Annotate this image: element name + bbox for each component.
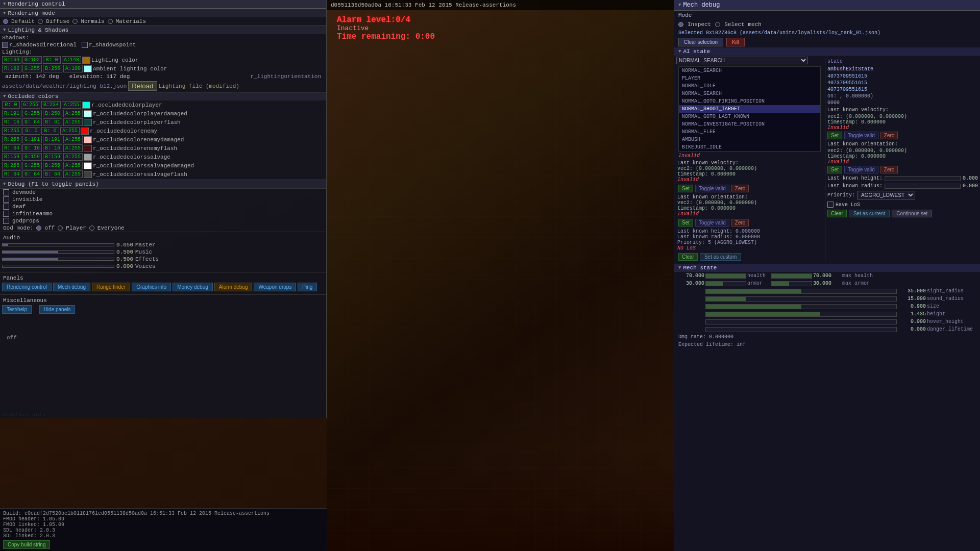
occ-r[interactable]: R:255 <box>2 162 21 169</box>
ai-state-item-normal_shoot_target[interactable]: NORMAL_SHOOT_TARGET <box>679 105 820 113</box>
stat-bar-right[interactable] <box>771 281 812 286</box>
priority-select[interactable]: AGGRO_LOWEST <box>857 191 915 199</box>
panel-btn-alarm-debug[interactable]: Alarm debug <box>214 283 253 291</box>
audio-slider-master[interactable] <box>2 243 114 246</box>
occ-a[interactable]: A:255 <box>60 127 80 135</box>
occ-r[interactable]: R:159 <box>2 153 21 161</box>
r-set-current-btn[interactable]: Set as current <box>849 210 890 217</box>
r-set-orient-btn[interactable]: Set <box>827 166 842 173</box>
toggle-orient-btn[interactable]: Toggle valid <box>695 219 729 227</box>
ambient-b[interactable]: B:255 <box>43 65 62 72</box>
occ-g[interactable]: G: 64 <box>22 170 42 178</box>
set-custom-btn[interactable]: Set as custom <box>700 253 741 261</box>
lighting-r[interactable]: R:169 <box>2 56 21 64</box>
ai-state-item-normal_flee[interactable]: NORMAL_FLEE <box>679 128 820 136</box>
occ-g[interactable]: G:255 <box>22 162 42 169</box>
occ-g[interactable]: G: 0 <box>22 127 40 135</box>
ai-state-item-normal_search[interactable]: NORMAL_SEARCH <box>679 90 820 97</box>
occ-a[interactable]: A:255 <box>63 110 83 117</box>
occ-g[interactable]: G:159 <box>22 153 42 161</box>
r-clear-btn[interactable]: Clear <box>827 210 847 217</box>
occ-g[interactable]: G:255 <box>22 110 42 117</box>
panel-btn-ping[interactable]: Ping <box>298 283 317 291</box>
r-set-btn[interactable]: Set <box>827 132 842 139</box>
audio-slider-music[interactable] <box>2 251 114 254</box>
mode-default[interactable]: Default <box>11 18 35 24</box>
test-help-btn[interactable]: Test/help <box>2 305 32 314</box>
mode-normals[interactable]: Normals <box>81 18 104 24</box>
occ-b[interactable]: B: 64 <box>43 170 62 178</box>
god-player-radio[interactable] <box>58 226 63 231</box>
stat-bar-left[interactable] <box>705 273 746 279</box>
occ-a[interactable]: A:255 <box>63 162 83 169</box>
panel-btn-range-finder[interactable]: Range finder <box>92 283 130 291</box>
panel-btn-money-debug[interactable]: Money debug <box>173 283 213 291</box>
stat-bar[interactable] <box>705 304 897 309</box>
occ-b[interactable]: B: 61 <box>43 118 62 126</box>
radio-materials[interactable] <box>108 19 113 24</box>
occ-r[interactable]: R: 0 <box>2 101 20 109</box>
stat-bar-left[interactable] <box>705 281 746 286</box>
clear-btn2[interactable]: Clear <box>678 253 698 261</box>
reload-btn[interactable]: Reload <box>128 81 157 91</box>
mode-materials[interactable]: Materials <box>116 18 146 24</box>
occ-b[interactable]: B:234 <box>41 101 61 109</box>
shadow-point-cb[interactable] <box>82 42 88 48</box>
stat-bar[interactable] <box>705 312 897 317</box>
debug-cb-infiniteammo[interactable] <box>3 211 9 217</box>
radio-default[interactable] <box>3 19 8 24</box>
occ-r[interactable]: R:191 <box>2 110 21 117</box>
ai-state-item-normal_idle[interactable]: NORMAL_IDLE <box>679 82 820 90</box>
occ-r[interactable]: R: 16 <box>2 118 21 126</box>
panel-btn-weapon-drops[interactable]: Weapon drops <box>254 283 296 291</box>
occ-g[interactable]: G:255 <box>21 101 40 109</box>
ai-state-item-player[interactable]: PLAYER <box>679 74 820 82</box>
stat-bar[interactable] <box>705 289 897 294</box>
occ-a[interactable]: A:255 <box>63 144 83 152</box>
audio-slider-voices[interactable] <box>2 265 114 268</box>
panel-btn-graphics-info[interactable]: Graphics info <box>132 283 171 291</box>
mode-diffuse[interactable]: Diffuse <box>46 18 69 24</box>
r-toggle-orient-btn[interactable]: Toggle valid <box>844 166 878 173</box>
debug-cb-invisible[interactable] <box>3 196 9 203</box>
occ-g[interactable]: G: 16 <box>22 144 42 152</box>
god-everyone-radio[interactable] <box>89 226 94 231</box>
zero-vel-btn[interactable]: Zero <box>731 185 749 192</box>
zero-orient-btn[interactable]: Zero <box>731 219 749 227</box>
ai-state-item-normal_investigate_position[interactable]: NORMAL_INVESTIGATE_POSITION <box>679 120 820 128</box>
occ-g[interactable]: G: 64 <box>22 118 42 126</box>
panel-btn-rendering-control[interactable]: Rendering control <box>2 283 52 291</box>
stat-bar-right[interactable] <box>771 273 812 279</box>
occ-b[interactable]: B: 0 <box>41 127 59 135</box>
occ-g[interactable]: G:191 <box>22 136 42 143</box>
toggle-vel-btn[interactable]: Toggle valid <box>695 185 729 192</box>
ambient-a[interactable]: A:100 <box>63 65 83 72</box>
inspect-radio[interactable] <box>678 22 683 27</box>
lighting-a[interactable]: A:148 <box>62 56 81 64</box>
kill-btn[interactable]: Kill <box>726 38 744 46</box>
ai-state-dropdown[interactable]: NORMAL_SEARCH <box>676 57 808 64</box>
audio-slider-effects[interactable] <box>2 258 114 261</box>
panel-btn-mech-debug[interactable]: Mech debug <box>53 283 90 291</box>
radio-normals[interactable] <box>72 19 78 24</box>
lighting-g[interactable]: G:102 <box>22 56 42 64</box>
occ-a[interactable]: A:255 <box>63 170 83 178</box>
occ-a[interactable]: A:255 <box>63 136 83 143</box>
occ-r[interactable]: R: 64 <box>2 170 21 178</box>
god-off-radio[interactable] <box>36 226 41 231</box>
select-radio[interactable] <box>715 22 720 27</box>
r-zero-btn[interactable]: Zero <box>880 132 898 139</box>
occ-b[interactable]: B:255 <box>43 162 62 169</box>
occ-a[interactable]: A:255 <box>63 118 83 126</box>
r-toggle-btn[interactable]: Toggle valid <box>844 132 878 139</box>
occ-r[interactable]: R:255 <box>2 127 21 135</box>
radio-diffuse[interactable] <box>38 19 43 24</box>
occ-b[interactable]: B:191 <box>43 136 62 143</box>
r-continous-btn[interactable]: Continous set <box>892 210 932 217</box>
stat-bar[interactable] <box>705 319 897 324</box>
debug-cb-devmode[interactable] <box>3 189 9 195</box>
ai-state-item-normal_goto_last_known[interactable]: NORMAL_GOTO_LAST_KNOWN <box>679 113 820 120</box>
occ-b[interactable]: B:250 <box>43 110 62 117</box>
has-los-cb[interactable] <box>827 202 834 208</box>
set-orient-btn[interactable]: Set <box>678 219 693 227</box>
